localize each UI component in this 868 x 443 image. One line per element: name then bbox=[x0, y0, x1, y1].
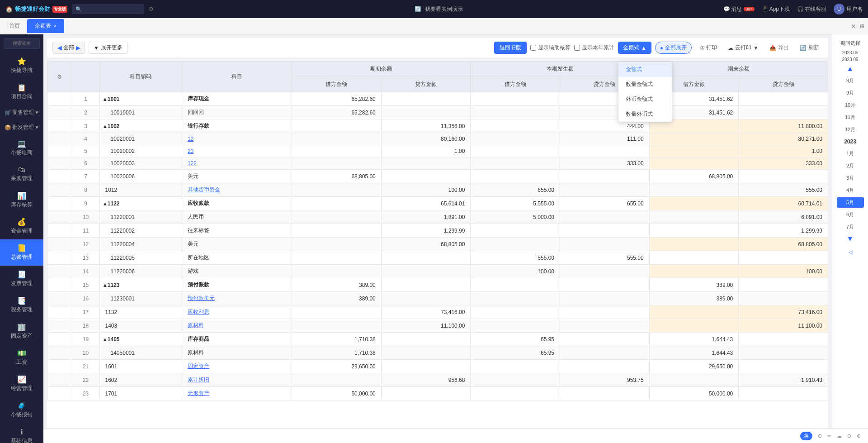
service-btn[interactable]: 🎧 在线客服 bbox=[797, 5, 826, 13]
demo-label[interactable]: 我要看实例演示 bbox=[425, 5, 463, 13]
print-btn[interactable]: 🖨 打印 bbox=[695, 42, 721, 53]
row-21-subject[interactable]: 固定资产 bbox=[182, 360, 292, 373]
sidebar-item-basic[interactable]: ℹ 基础信息 bbox=[0, 423, 43, 443]
sidebar-item-assets[interactable]: 🏢 固定资产 bbox=[0, 318, 43, 344]
amount-mode-btn[interactable]: 金额式 ▲ bbox=[618, 42, 651, 54]
home-tab[interactable]: 首页 bbox=[4, 19, 25, 33]
month-nav-up-btn[interactable]: ▲ bbox=[846, 64, 855, 74]
year-2023[interactable]: 2023 bbox=[837, 137, 864, 147]
search-bar[interactable]: 🔍 bbox=[72, 4, 144, 14]
menu-item-qty-foreign[interactable]: 数量外币式 bbox=[618, 107, 672, 122]
sidebar-item-ecommerce[interactable]: 💻 小畅电商 bbox=[0, 135, 43, 161]
filter-all-btn[interactable]: ◀ 全部 ▶ bbox=[52, 42, 85, 54]
month-jul[interactable]: 7月 bbox=[837, 222, 864, 232]
month-sep[interactable]: 9月 bbox=[837, 88, 864, 98]
auxiliary-checkbox[interactable] bbox=[530, 45, 536, 51]
bottom-cloud-btn[interactable]: ☁ bbox=[837, 433, 842, 439]
row-10-open-debit bbox=[292, 210, 382, 224]
table-row: 15 ▴ 1123 预付账款 389.00 389.00 bbox=[47, 278, 828, 292]
menu-item-qty-amount[interactable]: 数量金额式 bbox=[618, 77, 672, 92]
sidebar-item-salary[interactable]: 💵 工资 bbox=[0, 344, 43, 371]
row-6-subject[interactable]: 122 bbox=[182, 157, 292, 170]
ytd-checkbox-label[interactable]: 显示本年累计 bbox=[574, 44, 614, 52]
row-12-code: 11220004 bbox=[99, 238, 182, 251]
row-6-no: 6 bbox=[72, 157, 99, 170]
sidebar-item-invoice[interactable]: 🧾 发票管理 bbox=[0, 266, 43, 292]
auxiliary-checkbox-label[interactable]: 显示辅助核算 bbox=[530, 44, 571, 52]
month-dec[interactable]: 12月 bbox=[837, 124, 864, 135]
cloud-print-btn[interactable]: ☁ 云打印 ▼ bbox=[724, 42, 762, 53]
sidebar-item-inventory[interactable]: 📊 库存核算 bbox=[0, 187, 43, 213]
row-8-subject[interactable]: 其他货币资金 bbox=[182, 183, 292, 197]
row-17-subject[interactable]: 应收利息 bbox=[182, 305, 292, 319]
sidebar-item-capital[interactable]: 💰 资金管理 bbox=[0, 213, 43, 239]
month-jan[interactable]: 1月 bbox=[837, 148, 864, 159]
month-nov[interactable]: 11月 bbox=[837, 112, 864, 123]
row-8-close-credit: 555.00 bbox=[739, 183, 828, 197]
tab-close-icon[interactable]: × bbox=[54, 24, 57, 29]
sidebar-item-project[interactable]: 📋 项目合同 bbox=[0, 79, 43, 105]
sidebar-item-operations[interactable]: 📈 经营管理 bbox=[0, 371, 43, 397]
row-18-subject[interactable]: 原材料 bbox=[182, 319, 292, 333]
balance-sheet-tab[interactable]: 余额表 × bbox=[27, 19, 64, 33]
month-may[interactable]: 5月 bbox=[837, 197, 864, 208]
window-maximize-btn[interactable]: ⊞ bbox=[860, 23, 864, 29]
row-2-open-debit: 65,282.60 bbox=[292, 106, 382, 119]
expand-more-btn[interactable]: ▼ 展开更多 bbox=[89, 42, 127, 54]
table-row: 20 14050001 原材料 1,710.38 65.95 1,644.43 bbox=[47, 346, 828, 360]
row-5-subject[interactable]: 23 bbox=[182, 145, 292, 157]
bottom-add-btn[interactable]: ⊕ bbox=[857, 433, 861, 439]
sidebar-item-nav[interactable]: ⭐ 快捷导航 bbox=[0, 52, 43, 79]
month-oct[interactable]: 10月 bbox=[837, 100, 864, 110]
col-settings[interactable]: ⚙ bbox=[47, 62, 72, 92]
month-mar[interactable]: 3月 bbox=[837, 173, 864, 183]
sidebar-item-sales[interactable]: 🧳 小畅报销 bbox=[0, 397, 43, 423]
row-1-settings bbox=[47, 92, 72, 106]
window-close-btn[interactable]: ✕ bbox=[851, 23, 856, 30]
row-16-close-credit bbox=[739, 292, 828, 305]
month-jun[interactable]: 6月 bbox=[837, 210, 864, 220]
row-16-subject[interactable]: 预付款美元 bbox=[182, 292, 292, 305]
row-1-open-debit: 65,282.60 bbox=[292, 92, 382, 106]
month-nav-down-btn[interactable]: ▼ bbox=[846, 234, 855, 244]
row-19-subject: 库存商品 bbox=[182, 333, 292, 346]
sidebar-item-wholesale[interactable]: 📦 批发管理 ▼ bbox=[0, 120, 43, 135]
month-aug[interactable]: 8月 bbox=[837, 76, 864, 86]
sidebar-item-tax[interactable]: 📑 税务管理 bbox=[0, 292, 43, 318]
export-btn[interactable]: 📤 导出 bbox=[766, 42, 793, 53]
row-5-open-debit bbox=[292, 145, 382, 157]
row-22-subject[interactable]: 累计折旧 bbox=[182, 373, 292, 387]
sidebar-item-purchase[interactable]: 🛍 采购管理 bbox=[0, 161, 43, 187]
month-apr[interactable]: 4月 bbox=[837, 185, 864, 195]
bottom-lang-btn[interactable]: 英 bbox=[800, 432, 812, 440]
table-row: 14 11220006 游戏 100.00 100.00 bbox=[47, 265, 828, 278]
row-11-code: 11220002 bbox=[99, 224, 182, 238]
panel-collapse-btn[interactable]: ◁ bbox=[849, 249, 852, 255]
bottom-zoom-btn[interactable]: ⊕ bbox=[818, 433, 822, 439]
user-avatar[interactable]: U 用户名 bbox=[834, 4, 863, 14]
menu-item-foreign-amount[interactable]: 外币金额式 bbox=[618, 92, 672, 107]
bottom-circle-btn[interactable]: ⊙ bbox=[847, 433, 851, 439]
row-18-cur-credit bbox=[560, 319, 650, 333]
back-old-btn[interactable]: 退回旧版 bbox=[494, 42, 527, 54]
refresh-btn[interactable]: 🔄 刷新 bbox=[796, 42, 823, 53]
bottom-edit-btn[interactable]: ✏ bbox=[827, 433, 831, 439]
month-feb[interactable]: 2月 bbox=[837, 161, 864, 171]
row-23-subject[interactable]: 无形资产 bbox=[182, 387, 292, 400]
ytd-checkbox[interactable] bbox=[574, 45, 580, 51]
table-settings-icon[interactable]: ⚙ bbox=[57, 74, 62, 80]
row-9-code: ▴ 1122 bbox=[99, 197, 182, 210]
sidebar-item-accounting[interactable]: 📒 总账管理 bbox=[0, 239, 43, 266]
sidebar-item-retail[interactable]: 🛒 零售管理 ▼ bbox=[0, 105, 43, 120]
row-10-close-debit bbox=[649, 210, 739, 224]
row-1-cur-debit bbox=[471, 92, 560, 106]
row-11-open-credit: 1,299.99 bbox=[381, 224, 471, 238]
download-btn[interactable]: 📱 App下载 bbox=[762, 5, 790, 13]
row-21-close-credit bbox=[739, 360, 828, 373]
row-4-subject[interactable]: 12 bbox=[182, 133, 292, 145]
settings-gear-icon[interactable]: ⚙ bbox=[149, 6, 154, 12]
row-7-code: 10020006 bbox=[99, 170, 182, 183]
menu-item-amount[interactable]: 金额式 bbox=[618, 62, 672, 77]
message-btn[interactable]: 💬 消息 99+ bbox=[723, 5, 754, 13]
expand-all-btn[interactable]: ● 全部展开 bbox=[655, 42, 692, 54]
